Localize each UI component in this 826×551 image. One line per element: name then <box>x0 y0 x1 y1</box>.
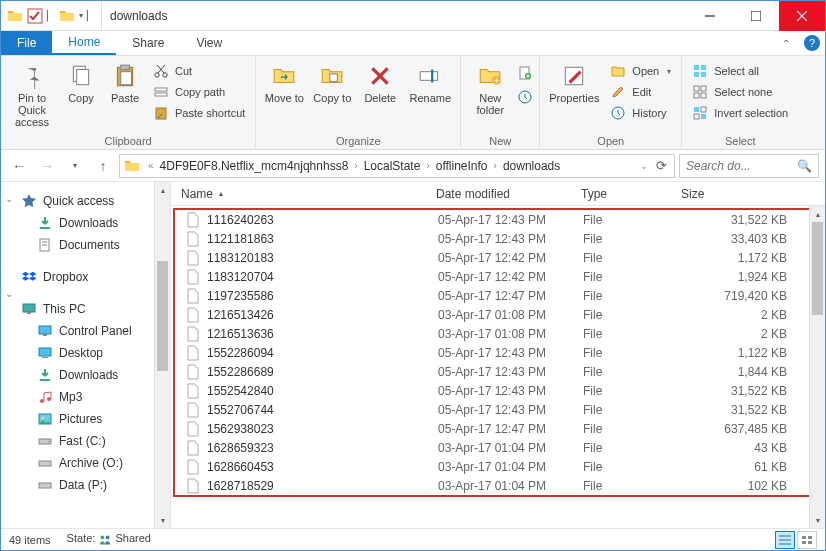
navigation-pane[interactable]: ⌄Quick access Downloads Documents Dropbo… <box>1 182 171 528</box>
nav-quick-access[interactable]: ⌄Quick access <box>1 190 170 212</box>
copy-button[interactable]: Copy <box>61 59 101 108</box>
nav-desktop[interactable]: Desktop <box>1 342 170 364</box>
history-button[interactable]: History <box>606 103 675 123</box>
file-row[interactable]: 155254284005-Apr-17 12:43 PMFile31,522 K… <box>175 381 811 400</box>
column-type[interactable]: Type <box>571 182 671 205</box>
nav-pictures[interactable]: Pictures <box>1 408 170 430</box>
breadcrumb-segment[interactable]: offlineInfo <box>434 159 490 173</box>
copy-to-button[interactable]: Copy to <box>310 59 354 108</box>
svg-rect-70 <box>802 541 806 544</box>
file-size-cell: 1,844 KB <box>673 365 811 379</box>
scroll-up-button[interactable]: ▴ <box>810 206 825 222</box>
cut-button[interactable]: Cut <box>149 61 249 81</box>
help-button[interactable]: ? <box>799 31 825 55</box>
tab-share[interactable]: Share <box>116 31 180 55</box>
file-row[interactable]: 156293802305-Apr-17 12:47 PMFile637,485 … <box>175 419 811 438</box>
properties-button[interactable]: Properties <box>546 59 602 108</box>
back-button[interactable]: ← <box>7 154 31 178</box>
file-row[interactable]: 155228609405-Apr-17 12:43 PMFile1,122 KB <box>175 343 811 362</box>
copy-path-button[interactable]: Copy path <box>149 82 249 102</box>
close-button[interactable] <box>779 1 825 31</box>
breadcrumb-dropdown-icon[interactable]: ⌄ <box>636 161 652 171</box>
file-row[interactable]: 121651363603-Apr-17 01:08 PMFile2 KB <box>175 324 811 343</box>
chevron-right-icon[interactable]: › <box>422 160 433 171</box>
file-row[interactable]: 162871852903-Apr-17 01:04 PMFile102 KB <box>175 476 811 495</box>
new-item-icon[interactable] <box>517 65 533 81</box>
breadcrumb-segment[interactable]: LocalState <box>362 159 423 173</box>
ribbon-collapse-button[interactable]: ⌃ <box>773 31 799 55</box>
scroll-thumb[interactable] <box>812 222 823 315</box>
edit-button[interactable]: Edit <box>606 82 675 102</box>
refresh-button[interactable]: ⟳ <box>652 154 670 178</box>
tab-view[interactable]: View <box>180 31 238 55</box>
chevron-right-icon[interactable]: › <box>350 160 361 171</box>
music-icon <box>37 389 53 405</box>
file-row[interactable]: 162865932303-Apr-17 01:04 PMFile43 KB <box>175 438 811 457</box>
checkbox-icon[interactable] <box>27 8 43 24</box>
invert-selection-button[interactable]: Invert selection <box>688 103 792 123</box>
svg-rect-43 <box>701 114 706 119</box>
tab-file[interactable]: File <box>1 31 52 55</box>
status-bar: 49 items State: Shared <box>1 528 825 550</box>
nav-downloads-2[interactable]: Downloads <box>1 364 170 386</box>
file-row[interactable]: 118312070405-Apr-17 12:42 PMFile1,924 KB <box>175 267 811 286</box>
nav-dropbox[interactable]: Dropbox <box>1 266 170 288</box>
easy-access-icon[interactable] <box>517 89 533 105</box>
tab-home[interactable]: Home <box>52 31 116 55</box>
nav-mp3[interactable]: Mp3 <box>1 386 170 408</box>
minimize-button[interactable] <box>687 1 733 31</box>
search-icon[interactable]: 🔍 <box>797 159 812 173</box>
nav-fast-c[interactable]: Fast (C:) <box>1 430 170 452</box>
file-row[interactable]: 121651342603-Apr-17 01:08 PMFile2 KB <box>175 305 811 324</box>
content-scrollbar[interactable]: ▴ ▾ <box>809 206 825 528</box>
file-row[interactable]: 155228668905-Apr-17 12:43 PMFile1,844 KB <box>175 362 811 381</box>
select-none-button[interactable]: Select none <box>688 82 792 102</box>
breadcrumb-overflow-icon[interactable]: « <box>144 160 158 171</box>
file-row[interactable]: 112118186305-Apr-17 12:43 PMFile33,403 K… <box>175 229 811 248</box>
column-name[interactable]: Name▴ <box>171 182 426 205</box>
qat-dropdown-icon[interactable]: ▾ <box>79 11 83 20</box>
column-size[interactable]: Size <box>671 182 825 205</box>
nav-documents[interactable]: Documents <box>1 234 170 256</box>
up-button[interactable]: ↑ <box>91 154 115 178</box>
delete-button[interactable]: Delete <box>358 59 402 108</box>
pin-to-quick-access-button[interactable]: Pin to Quick access <box>7 59 57 132</box>
breadcrumb-segment[interactable]: downloads <box>501 159 562 173</box>
move-to-button[interactable]: Move to <box>262 59 306 108</box>
scroll-up-button[interactable]: ▴ <box>155 182 170 198</box>
breadcrumb-segment[interactable]: 4DF9E0F8.Netflix_mcm4njqhnhss8 <box>158 159 351 173</box>
view-buttons <box>775 531 817 549</box>
rename-button[interactable]: Rename <box>406 59 454 108</box>
file-row[interactable]: 111624026305-Apr-17 12:43 PMFile31,522 K… <box>175 210 811 229</box>
file-row[interactable]: 162866045303-Apr-17 01:04 PMFile61 KB <box>175 457 811 476</box>
scroll-thumb[interactable] <box>157 261 168 371</box>
details-view-button[interactable] <box>775 531 795 549</box>
large-icons-view-button[interactable] <box>797 531 817 549</box>
search-input[interactable] <box>686 159 797 173</box>
file-row[interactable]: 118312018305-Apr-17 12:42 PMFile1,172 KB <box>175 248 811 267</box>
paste-button[interactable]: Paste <box>105 59 145 108</box>
search-box[interactable]: 🔍 <box>679 154 819 178</box>
select-all-button[interactable]: Select all <box>688 61 792 81</box>
paste-shortcut-button[interactable]: Paste shortcut <box>149 103 249 123</box>
nav-archive-o[interactable]: Archive (O:) <box>1 452 170 474</box>
nav-downloads[interactable]: Downloads <box>1 212 170 234</box>
new-folder-button[interactable]: New folder <box>467 59 513 120</box>
file-list[interactable]: 111624026305-Apr-17 12:43 PMFile31,522 K… <box>171 206 825 528</box>
nav-control-panel[interactable]: Control Panel <box>1 320 170 342</box>
file-name-cell: 1183120183 <box>175 250 428 266</box>
open-button[interactable]: Open▾ <box>606 61 675 81</box>
recent-locations-button[interactable]: ▾ <box>63 154 87 178</box>
maximize-button[interactable] <box>733 1 779 31</box>
nav-scrollbar[interactable]: ▴ ▾ <box>154 182 170 528</box>
scroll-down-button[interactable]: ▾ <box>810 512 825 528</box>
chevron-right-icon[interactable]: › <box>490 160 501 171</box>
nav-data-p[interactable]: Data (P:) <box>1 474 170 496</box>
scroll-down-button[interactable]: ▾ <box>155 512 170 528</box>
file-row[interactable]: 119723558605-Apr-17 12:47 PMFile719,420 … <box>175 286 811 305</box>
column-date[interactable]: Date modified <box>426 182 571 205</box>
breadcrumb[interactable]: « 4DF9E0F8.Netflix_mcm4njqhnhss8 › Local… <box>119 154 675 178</box>
nav-this-pc[interactable]: ⌄This PC <box>1 298 170 320</box>
file-row[interactable]: 155270674405-Apr-17 12:43 PMFile31,522 K… <box>175 400 811 419</box>
forward-button[interactable]: → <box>35 154 59 178</box>
